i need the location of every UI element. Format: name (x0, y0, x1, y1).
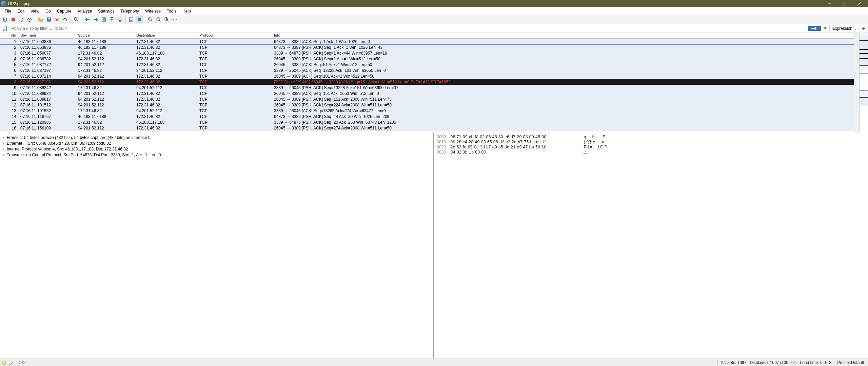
packet-row[interactable]: 1207:16:11.10151294.201.52.112172.31.46.… (0, 102, 854, 108)
menu-wireless[interactable]: Wireless (142, 8, 163, 15)
menu-analyze[interactable]: Analyze (75, 8, 95, 15)
zoom-out-button[interactable] (155, 16, 162, 23)
menu-view[interactable]: View (28, 8, 42, 15)
minimap-line (860, 78, 868, 78)
column-header-no[interactable]: No (0, 33, 18, 38)
apply-filter-button[interactable] (808, 26, 821, 31)
zoom-in-button[interactable] (147, 16, 154, 23)
go-forward-button[interactable] (92, 16, 99, 23)
filter-bar: Expression... (0, 24, 868, 33)
find-packet-button[interactable] (73, 16, 80, 23)
add-filter-button[interactable] (860, 27, 867, 30)
save-file-button[interactable] (45, 16, 53, 23)
column-header-info[interactable]: Info (272, 33, 854, 38)
expert-info-led[interactable] (2, 361, 6, 365)
packet-row[interactable]: 1007:16:11.08898494.201.52.112172.31.46.… (0, 90, 854, 96)
hex-line[interactable]: 001000 28 c4 28 40 00 65 06 d2 c2 2e b7 … (437, 140, 865, 145)
packet-list[interactable]: NoDay TimeSourceDestinationProtocolInfo … (0, 33, 854, 133)
packet-row[interactable]: 807:16:11.08728694.201.52.112172.31.46.8… (0, 79, 854, 85)
minimap-line (860, 34, 868, 35)
go-first-button[interactable] (108, 16, 116, 23)
titlebar: DP2.pcapng (0, 0, 868, 7)
packet-row[interactable]: 307:16:11.059077172.31.46.8246.183.117.1… (0, 50, 854, 56)
packet-list-header[interactable]: NoDay TimeSourceDestinationProtocolInfo (0, 33, 854, 39)
maximize-button[interactable] (837, 0, 852, 7)
packet-row[interactable]: 1107:16:11.08981794.201.52.112172.31.46.… (0, 96, 854, 102)
packet-row[interactable]: 207:16:11.05388646.183.117.188172.31.46.… (0, 44, 854, 50)
start-capture-button[interactable] (1, 16, 9, 23)
auto-scroll-button[interactable] (127, 16, 135, 23)
hex-line[interactable]: 00202e 52 fd 69 0d 3d c7 a9 b5 de 21 e9 … (437, 145, 865, 150)
packet-row[interactable]: 1407:16:11.11679746.183.117.188172.31.46… (0, 114, 854, 119)
open-file-button[interactable] (37, 16, 44, 23)
profile-label[interactable]: Profile: Default (837, 360, 866, 365)
packet-row[interactable]: 1307:16:11.101552172.31.46.8294.201.52.1… (0, 108, 854, 114)
bookmark-icon[interactable] (1, 25, 8, 32)
expand-icon[interactable]: › (3, 141, 7, 146)
statusbar: DP2 Packets: 1097 · Displayed: 1097 (100… (0, 359, 868, 366)
tree-item[interactable]: ›Frame 1: 54 bytes on wire (432 bits), 5… (3, 135, 431, 140)
zoom-reset-button[interactable]: 1 (163, 16, 171, 23)
expand-icon[interactable]: › (3, 135, 7, 140)
tree-item[interactable]: ›Internet Protocol Version 4, Src: 46.18… (3, 146, 431, 152)
packet-row[interactable]: 507:16:11.08717294.201.52.112172.31.46.8… (0, 62, 854, 67)
column-header-protocol[interactable]: Protocol (197, 33, 272, 38)
packet-row[interactable]: 707:16:11.08721494.201.52.112172.31.46.8… (0, 73, 854, 79)
close-file-button[interactable] (53, 16, 61, 23)
menu-help[interactable]: Help (180, 8, 194, 15)
go-back-button[interactable] (84, 16, 91, 23)
packet-row[interactable]: 607:16:11.087197172.31.46.8294.201.52.11… (0, 67, 854, 73)
minimap-line (860, 66, 868, 67)
resize-columns-button[interactable] (171, 16, 179, 23)
minimap-line (860, 83, 868, 83)
restart-capture-button[interactable] (18, 16, 25, 23)
go-last-button[interactable] (116, 16, 124, 23)
minimize-button[interactable] (822, 0, 837, 7)
packet-list-scrollbar[interactable] (854, 33, 859, 133)
menu-edit[interactable]: Edit (15, 8, 27, 15)
expand-icon[interactable]: › (3, 152, 7, 157)
menu-tools[interactable]: Tools (164, 8, 179, 15)
packet-row[interactable]: 1507:16:11.120985172.31.46.8246.183.117.… (0, 119, 854, 125)
packet-details-tree[interactable]: ›Frame 1: 54 bytes on wire (432 bits), 5… (0, 133, 434, 359)
menu-telephony[interactable]: Telephony (118, 8, 142, 15)
tree-item[interactable]: ›Ethernet II, Src: 06:48:80:e6:d7:20, Ds… (3, 140, 431, 146)
minimap-line (860, 105, 868, 106)
minimap-line (860, 96, 868, 97)
column-header-day-time[interactable]: Day Time (18, 33, 76, 38)
packet-minimap[interactable] (859, 33, 868, 133)
hex-line[interactable]: 000006 71 09 cb f8 02 06 48 80 e6 d7 20 … (437, 135, 865, 140)
minimap-line (860, 100, 868, 101)
close-button[interactable] (852, 0, 867, 7)
expression-button[interactable]: Expression... (829, 25, 859, 32)
packet-bytes-hex[interactable]: 000006 71 09 cb f8 02 06 48 80 e6 d7 20 … (434, 133, 868, 359)
svg-rect-4 (12, 18, 15, 21)
colorize-button[interactable] (136, 16, 143, 23)
menu-file[interactable]: File (2, 8, 14, 15)
column-header-destination[interactable]: Destination (134, 33, 197, 38)
filter-dropdown-button[interactable] (823, 27, 828, 29)
column-header-source[interactable]: Source (76, 33, 134, 38)
packet-row[interactable]: 1607:16:11.15610994.201.52.112172.31.46.… (0, 125, 854, 131)
packet-list-body[interactable]: 107:16:11.05388646.183.117.188172.31.46.… (0, 39, 854, 133)
packet-row[interactable]: 407:16:11.08678294.201.52.112172.31.46.8… (0, 56, 854, 62)
packet-row[interactable]: 107:16:11.05388646.183.117.188172.31.46.… (0, 39, 854, 44)
stop-capture-button[interactable] (9, 16, 17, 23)
display-filter-input[interactable] (9, 25, 806, 32)
menu-statistics[interactable]: Statistics (95, 8, 117, 15)
packet-row[interactable]: 907:16:11.088342172.31.46.8294.201.52.11… (0, 85, 854, 90)
minimap-line (860, 58, 868, 59)
hex-line[interactable]: 003004 02 3b 1b 00 00..;... (437, 150, 865, 155)
capture-options-button[interactable] (26, 16, 33, 23)
menu-capture[interactable]: Capture (54, 8, 74, 15)
svg-text:1: 1 (165, 17, 168, 21)
minimap-line (860, 42, 868, 43)
tree-item[interactable]: ›Transmission Control Protocol, Src Port… (3, 152, 431, 158)
minimap-line (860, 75, 868, 75)
expand-icon[interactable]: › (3, 147, 7, 151)
reload-file-button[interactable] (61, 16, 69, 23)
menu-go[interactable]: Go (43, 8, 54, 15)
toolbar-separator (125, 17, 126, 23)
edit-capture-comment-icon[interactable] (9, 360, 14, 365)
go-to-packet-button[interactable] (100, 16, 107, 23)
